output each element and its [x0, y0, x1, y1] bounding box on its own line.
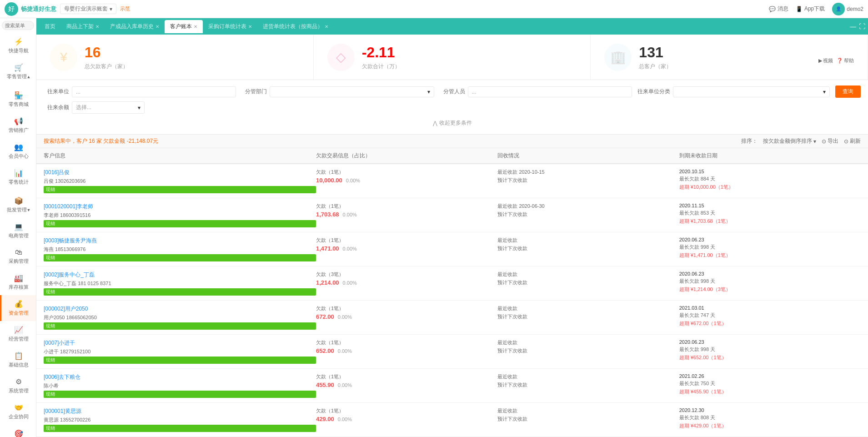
logo-icon: 好 — [5, 2, 18, 16]
tab-customer-account[interactable]: 客户账本 ✕ — [165, 20, 203, 33]
sidebar-item-retail-mgmt[interactable]: 🛒 零售管理▲ — [0, 59, 36, 85]
customer-phone: 黄思源 13552700226 — [44, 417, 316, 423]
filter-from-unit: 往来单位 ... — [44, 86, 236, 97]
from-unit-label: 往来单位 — [44, 88, 69, 95]
sidebar-item-basic-info[interactable]: 📋 基础信息 — [0, 347, 36, 373]
overdue-link[interactable]: 超期 ¥455.90（1笔） — [679, 388, 861, 395]
help-button[interactable]: ❓ 帮助 — [837, 57, 854, 64]
retail-mgmt-icon: 🛒 — [14, 63, 23, 72]
sidebar-item-label: 零售管理▲ — [7, 73, 31, 80]
overdue-days: 最长欠款 853 天 — [679, 210, 861, 216]
refresh-button[interactable]: ⊙ 刷新 — [844, 137, 861, 145]
sidebar-item-retail-mall[interactable]: 🏪 零售商城 — [0, 86, 36, 112]
unit-category-select[interactable]: ▾ — [673, 86, 830, 97]
help-icon: ❓ — [837, 58, 843, 64]
recovery-info-cell: 最近收款 预计下次收款 — [497, 305, 679, 320]
sidebar-item-purchase[interactable]: 🛍 采购管理 — [0, 244, 36, 269]
sidebar-item-membership[interactable]: 👥 会员中心 — [0, 138, 36, 164]
customer-name-link[interactable]: [000001]黄思源 — [44, 407, 316, 415]
overdue-link[interactable]: 超期 ¥1,703.68（1笔） — [679, 218, 861, 225]
debt-amount-value: -2.11 — [362, 44, 400, 61]
sidebar-collapse-label[interactable]: 示范 — [120, 5, 130, 12]
debt-label: 欠款（1笔） — [316, 203, 497, 210]
purchase-icon: 🛍 — [15, 248, 22, 256]
overdue-link[interactable]: 超期 ¥652.00（1笔） — [679, 354, 861, 361]
sidebar-item-marketing[interactable]: 📢 营销推广 — [0, 112, 36, 138]
customer-info-cell: [0006]去下粮仓 陈小希 现销 — [44, 373, 316, 398]
membership-icon: 👥 — [14, 143, 23, 151]
search-button[interactable]: 查询 — [835, 85, 861, 98]
overdue-link[interactable]: 超期 ¥672.00（1笔） — [679, 320, 861, 327]
tab-close-icon[interactable]: ✕ — [95, 24, 99, 29]
overdue-link[interactable]: 超期 ¥1,214.00（3笔） — [679, 286, 861, 293]
tab-close-icon[interactable]: ✕ — [248, 24, 252, 29]
tab-minimize-icon[interactable]: — — [850, 23, 856, 30]
dept-select[interactable]: ▾ — [270, 86, 434, 97]
sidebar-item-finance[interactable]: 💰 资金管理 — [0, 295, 36, 321]
debt-percent: 0.00% — [338, 348, 352, 354]
sidebar-item-batch-mgmt[interactable]: 📦 批发管理▼ — [0, 192, 36, 218]
debt-amount: 10,000.00 — [316, 177, 342, 184]
filter-balance: 往来余额 选择... ▾ — [44, 101, 861, 114]
tab-close-icon[interactable]: ✕ — [156, 24, 159, 29]
sidebar-item-retail-stat[interactable]: 📊 零售统计 — [0, 164, 36, 190]
next-collection: 预计下次收款 — [497, 177, 679, 184]
person-input[interactable]: ... — [468, 86, 632, 97]
customer-tag: 现销 — [44, 288, 316, 296]
total-debt-customers-value: 16 — [85, 44, 128, 61]
sidebar-item-system[interactable]: ⚙ 系统管理 — [0, 373, 36, 399]
customer-phone: 用户2050 18665062050 — [44, 314, 316, 321]
export-button[interactable]: ⊙ 导出 — [822, 137, 838, 145]
main-content: 首页 商品上下架 ✕ 产成品入库单历史 ✕ 客户账本 ✕ 采购订单统计表 ✕ 进… — [36, 18, 868, 437]
from-unit-input[interactable]: ... — [72, 86, 236, 97]
sidebar-item-inventory[interactable]: 🏭 库存核算 — [0, 269, 36, 295]
tab-expand-icon[interactable]: ⛶ — [859, 23, 865, 30]
sidebar-item-new-guide[interactable]: 🎯 新手引导 — [0, 425, 36, 437]
debt-percent: 0.00% — [343, 212, 357, 217]
top-bar-right: 💬 消息 📱 App下载 👤 demo2 — [769, 3, 863, 15]
overdue-link[interactable]: 超期 ¥429.00（1笔） — [679, 422, 861, 429]
tab-close-icon[interactable]: ✕ — [325, 24, 328, 29]
tab-close-icon[interactable]: ✕ — [194, 24, 197, 29]
unit-category-label: 往来单位分类 — [637, 88, 670, 95]
store-selector[interactable]: 母婴行业演示账套 ▾ — [60, 4, 116, 14]
sidebar-item-quick-nav[interactable]: ⚡ 快捷导航 — [0, 33, 36, 59]
customer-name-link[interactable]: [0006]去下粮仓 — [44, 373, 316, 381]
app-download-button[interactable]: 📱 App下载 — [796, 5, 825, 13]
debt-row: 455.90 0.00% — [316, 382, 497, 388]
sidebar-item-ecommerce[interactable]: 💻 电商管理 — [0, 218, 36, 244]
filter-unit-category: 往来单位分类 ▾ — [637, 86, 830, 97]
debt-info-cell: 欠款（3笔） 1,214.00 0.00% — [316, 271, 497, 286]
customer-name-link[interactable]: [0016]吕俊 — [44, 169, 316, 176]
user-menu[interactable]: 👤 demo2 — [832, 3, 863, 15]
chevron-down-icon: ▾ — [813, 138, 816, 145]
tab-purchase-order[interactable]: 采购订单统计表 ✕ — [203, 20, 257, 33]
customer-name-link[interactable]: [0002]服务中心_丁磊 — [44, 271, 316, 279]
customer-name-link[interactable]: [0001020001]李老师 — [44, 203, 316, 211]
customer-tag: 现销 — [44, 425, 316, 432]
overdue-link[interactable]: 超期 ¥10,000.00（1笔） — [679, 184, 861, 191]
tab-goods-stat[interactable]: 进货单统计表（按商品） ✕ — [257, 20, 334, 33]
customer-name-link[interactable]: [000002]用户2050 — [44, 305, 316, 313]
sidebar-item-operations[interactable]: 📈 经营管理 — [0, 321, 36, 347]
customer-name-link[interactable]: [0003]畅捷服务尹海燕 — [44, 237, 316, 245]
debt-amount: 429.00 — [316, 416, 334, 422]
tab-home[interactable]: 首页 — [39, 20, 61, 33]
video-button[interactable]: ▶ 视频 — [818, 57, 833, 64]
debt-amount: 455.90 — [316, 382, 334, 388]
overdue-link[interactable]: 超期 ¥1,471.00（1笔） — [679, 252, 861, 259]
customer-name-link[interactable]: [0007]小进干 — [44, 339, 316, 347]
search-menu-input[interactable] — [2, 21, 34, 30]
sidebar-item-enterprise[interactable]: 🤝 企业协同 — [0, 399, 36, 425]
table-area: 客户信息 欠款交易信息（占比） 回收情况 到期未收款日期 [0016]吕俊 吕俊… — [36, 148, 868, 437]
collapse-button[interactable]: ⋀ 收起更多条件 — [431, 117, 474, 129]
customer-phone: 李老师 18600391516 — [44, 212, 316, 219]
sort-select[interactable]: 按欠款金额倒序排序 ▾ — [763, 137, 816, 145]
balance-select[interactable]: 选择... ▾ — [72, 101, 145, 114]
tab-production-history[interactable]: 产成品入库单历史 ✕ — [105, 20, 165, 33]
sidebar-item-label: 电商管理 — [9, 232, 29, 239]
top-bar: 好 畅捷通好生意 母婴行业演示账套 ▾ 示范 💬 消息 📱 App下载 👤 de… — [0, 0, 868, 18]
message-button[interactable]: 💬 消息 — [769, 5, 788, 13]
overdue-days: 最长欠款 747 天 — [679, 312, 861, 319]
tab-product-offline[interactable]: 商品上下架 ✕ — [61, 20, 105, 33]
